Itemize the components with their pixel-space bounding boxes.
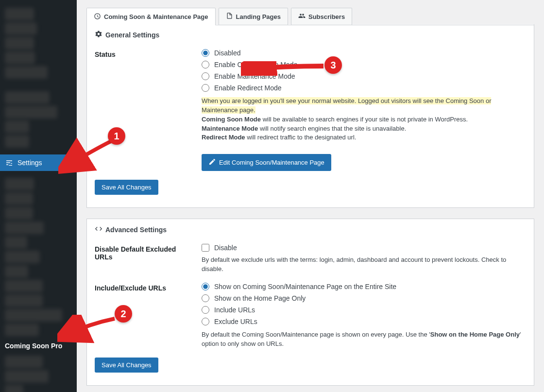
button-label: Edit Coming Soon/Maintenance Page xyxy=(219,159,324,166)
status-label: Status xyxy=(95,49,192,58)
ie-description: By default the Coming Soon/Maintenance p… xyxy=(202,330,526,349)
panel-title: Advanced Settings xyxy=(105,226,167,234)
page-icon xyxy=(226,12,233,21)
desc-rm-bold: Redirect Mode xyxy=(202,134,245,141)
radio-input[interactable] xyxy=(202,294,209,302)
button-label: Save All Changes xyxy=(102,361,152,369)
radio-label: Include URLs xyxy=(214,306,255,314)
radio-redirect[interactable]: Enable Redirect Mode xyxy=(202,84,526,92)
radio-entire-site[interactable]: Show on Coming Soon/Maintenance Page on … xyxy=(202,283,526,290)
tab-bar: Coming Soon & Maintenance Page Landing P… xyxy=(86,8,534,25)
status-description: When you are logged in you'll see your n… xyxy=(202,97,526,142)
annotation-arrow-3 xyxy=(241,61,328,76)
edit-page-button[interactable]: Edit Coming Soon/Maintenance Page xyxy=(202,154,331,171)
advanced-settings-panel: Advanced Settings Disable Default Exclud… xyxy=(86,219,534,385)
radio-label: Exclude URLs xyxy=(214,318,257,325)
desc-mm-bold: Maintenance Mode xyxy=(202,125,258,132)
panel-header: General Settings xyxy=(95,30,526,40)
radio-input[interactable] xyxy=(202,72,209,80)
save-all-changes-button-2[interactable]: Save All Changes xyxy=(95,358,158,373)
tab-landing-pages[interactable]: Landing Pages xyxy=(219,8,288,25)
include-exclude-urls-field: Show on Coming Soon/Maintenance Page on … xyxy=(202,283,526,349)
radio-input[interactable] xyxy=(202,49,209,57)
desc-mm-rest: will notify search engines that the site… xyxy=(258,125,406,132)
annotation-arrow-2 xyxy=(57,315,120,344)
edit-icon xyxy=(208,158,216,167)
radio-label: Disabled xyxy=(214,49,240,57)
radio-include-urls[interactable]: Include URLs xyxy=(202,306,526,314)
ie-desc-pre: By default the Coming Soon/Maintenance p… xyxy=(202,331,430,338)
sidebar-item-label: Settings xyxy=(17,159,42,167)
tab-label: Coming Soon & Maintenance Page xyxy=(104,13,208,20)
gears-icon xyxy=(95,30,102,39)
annotation-marker-1: 1 xyxy=(108,127,125,145)
panel-title: General Settings xyxy=(105,31,159,39)
checkbox-label: Disable xyxy=(214,244,237,252)
save-all-changes-button[interactable]: Save All Changes xyxy=(95,180,158,195)
button-label: Save All Changes xyxy=(102,184,152,191)
desc-cs-rest: will be available to search engines if y… xyxy=(261,116,468,123)
marker-label: 1 xyxy=(114,131,119,142)
marker-label: 2 xyxy=(120,308,126,320)
tab-subscribers[interactable]: Subscribers xyxy=(291,8,352,25)
radio-exclude-urls[interactable]: Exclude URLs xyxy=(202,318,526,325)
ie-desc-bold: Show on the Home Page Only xyxy=(430,331,520,338)
radio-home-only[interactable]: Show on the Home Page Only xyxy=(202,294,526,302)
settings-icon xyxy=(5,158,14,167)
main-content: Coming Soon & Maintenance Page Landing P… xyxy=(77,0,544,392)
clock-icon xyxy=(94,13,101,21)
radio-input[interactable] xyxy=(202,283,209,290)
include-exclude-urls-label: Include/Exclude URLs xyxy=(95,283,192,292)
desc-rm-rest: will redirect traffic to the designated … xyxy=(245,134,357,141)
tab-coming-soon[interactable]: Coming Soon & Maintenance Page xyxy=(86,8,216,25)
disable-checkbox[interactable]: Disable xyxy=(202,244,526,252)
radio-input[interactable] xyxy=(202,61,209,68)
tab-label: Subscribers xyxy=(308,13,345,20)
users-icon xyxy=(298,12,306,21)
sidebar-item-label: Coming Soon Pro xyxy=(5,342,62,350)
radio-label: Show on the Home Page Only xyxy=(214,294,306,302)
radio-input[interactable] xyxy=(202,318,209,325)
disable-excluded-urls-field: Disable By default we exclude urls with … xyxy=(202,244,526,274)
radio-input[interactable] xyxy=(202,306,209,314)
marker-label: 3 xyxy=(330,60,336,71)
code-icon xyxy=(95,225,102,234)
annotation-marker-3: 3 xyxy=(324,56,342,74)
tab-label: Landing Pages xyxy=(236,13,281,20)
desc-highlight: When you are logged in you'll see your n… xyxy=(202,97,491,114)
radio-label: Enable Redirect Mode xyxy=(214,84,282,92)
general-settings-panel: General Settings Status Disabled Enable … xyxy=(86,24,534,208)
disable-desc: By default we exclude urls with the term… xyxy=(202,256,526,274)
disable-excluded-urls-label: Disable Default Excluded URLs xyxy=(95,244,192,261)
radio-input[interactable] xyxy=(202,84,209,92)
desc-cs-bold: Coming Soon Mode xyxy=(202,116,261,123)
radio-label: Show on Coming Soon/Maintenance Page on … xyxy=(214,283,396,290)
annotation-marker-2: 2 xyxy=(115,305,132,323)
radio-disabled[interactable]: Disabled xyxy=(202,49,526,57)
checkbox-input[interactable] xyxy=(202,244,209,252)
panel-header: Advanced Settings xyxy=(95,225,526,235)
